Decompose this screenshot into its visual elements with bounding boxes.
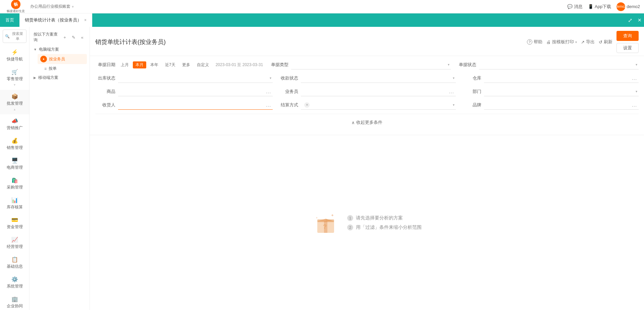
logo-text: 畅捷通好生意 [7,9,25,13]
scheme-by-order[interactable]: ≡ 按单 [42,64,87,73]
brand-label: 品牌 [461,102,481,108]
svg-text:✦: ✦ [331,213,334,218]
last7-tab[interactable]: 近7天 [162,61,178,68]
sidebar-item-ops[interactable]: 📈 经营管理 [0,233,29,253]
help-button[interactable]: ? 帮助 [527,39,542,45]
help-icon: ? [527,39,532,45]
tab-home[interactable]: 首页 [0,13,19,27]
settings-button[interactable]: 设置 [616,43,639,53]
consignee-filter-cell: 收货人 … [95,100,273,110]
department-control[interactable]: ▾ [484,87,639,96]
filter-row-3: 商品 … 业务员 … 部门 [95,87,639,96]
add-scheme-button[interactable]: + [61,34,68,41]
sidebar-item-basic[interactable]: 📋 基础信息 [0,253,29,273]
this-year-tab[interactable]: 本年 [148,61,161,68]
date-filter: 上月 本月 本年 近7天 更多 自定义 2023-03-01 至 2023-03… [118,61,263,68]
topbar: 畅 畅捷通好生意 办公用品行业模拟账套 ▾ 💬 消息 📱 App下载 demo2… [0,0,644,13]
ecom-icon: 🖥️ [11,157,18,164]
sidebar-search-area: 🔍 搜索菜单 [0,27,29,46]
empty-tips: 1 请先选择要分析的方案 2 用「过滤」条件来缩小分析范围 [347,215,422,230]
warehouse-control[interactable]: … [484,73,639,83]
date-label: 单据日期 [95,62,115,68]
collapse-panel-button[interactable]: « [79,34,86,41]
edit-scheme-button[interactable]: ✎ [70,34,77,41]
app-download-button[interactable]: 📱 App下载 [588,4,611,10]
sidebar-item-purchase[interactable]: 🛍️ 采购管理 [0,174,29,194]
svg-text:?: ? [323,223,327,230]
this-month-tab[interactable]: 本月 [133,61,146,68]
left-panel-title: 按以下方案查询 [34,32,61,43]
maximize-icon[interactable]: ⤢ [628,17,632,23]
sidebar-item-quick-nav[interactable]: ⚡ 快捷导航 [0,46,29,65]
doc-status-control[interactable]: ▾ [479,60,639,69]
sidebar-item-sales[interactable]: 💰 销售管理 [0,134,29,154]
warehouse-label: 仓库 [461,75,481,81]
tip-2-number: 2 [347,224,353,230]
search-button[interactable]: 🔍 搜索菜单 [3,30,26,43]
brand-dots: … [632,102,637,108]
brand-control[interactable]: … [484,100,639,110]
marketing-icon: 📣 [11,118,18,124]
department-label: 部门 [461,89,481,95]
more-tab[interactable]: 更多 [179,61,193,68]
payment-clear-icon[interactable]: × [304,102,310,108]
breadcrumb[interactable]: 办公用品行业模拟账套 ▾ [30,4,74,9]
consignee-label: 收货人 [95,102,115,108]
user-profile[interactable]: demo2 demo2 [616,2,640,11]
date-range-text: 2023-03-01 至 2023-03-31 [216,62,263,68]
basic-icon: 📋 [11,256,18,263]
export-button[interactable]: ↗ 导出 [581,39,595,45]
close-window-icon[interactable]: × [638,17,641,24]
retail-arrow-icon: ▾ [14,83,15,87]
empty-tip-1: 1 请先选择要分析的方案 [347,215,422,221]
doc-status-arrow-icon: ▾ [636,63,637,66]
pc-scheme-group[interactable]: ▼ 电脑端方案 [32,45,87,54]
last-month-tab[interactable]: 上月 [118,61,131,68]
sidebar-item-corp[interactable]: 🏢 企业协同 [0,293,29,310]
quick-nav-icon: ⚡ [11,49,18,55]
doc-type-filter-cell: 单据类型 ▾ [268,60,451,69]
doc-type-label: 单据类型 [268,62,288,68]
receipt-status-filter-cell: 收款状态 ▾ [278,73,455,83]
receipt-status-control[interactable]: ▾ [301,73,455,83]
payment-control[interactable]: × ▾ [301,100,455,110]
tab-close-icon[interactable]: × [84,18,87,22]
department-arrow-icon: ▾ [636,90,637,93]
payment-filter-cell: 结算方式 × ▾ [278,100,455,110]
sidebar-item-inventory[interactable]: 📊 库存核算 [0,194,29,213]
sidebar-item-ecom[interactable]: 🖥️ 电商管理 [0,154,29,174]
salesperson-label: 业务员 [278,89,298,95]
sidebar-item-finance[interactable]: 💳 资金管理 [0,213,29,233]
out-status-filter-cell: 出库状态 ▾ [95,73,273,83]
message-button[interactable]: 💬 消息 [567,4,583,10]
filter-row-4: 收货人 … 结算方式 × ▾ [95,100,639,110]
page-content: 按以下方案查询 + ✎ « ▼ [30,27,644,310]
sidebar-item-retail[interactable]: 🛒 零售管理 ▾ [0,65,29,90]
empty-state-icon: ✦ ✦ ? [312,209,339,236]
out-status-control[interactable]: ▾ [118,73,273,83]
print-icon: 🖨 [546,40,551,45]
sub-scheme-icon: ≡ [44,66,47,71]
custom-tab[interactable]: 自定义 [194,61,212,68]
scheme-by-salesperson[interactable]: ● 按业务员 [38,54,87,64]
app-download-icon: 📱 [588,4,593,9]
sidebar-item-marketing[interactable]: 📣 营销推广 [0,114,29,134]
tab-active[interactable]: 销货单统计计表（按业务员） × [19,13,92,27]
print-button[interactable]: 🖨 按模板打印 ▾ [546,39,577,45]
data-area: ✦ ✦ ? 1 请先选择要分析的方案 [90,135,644,310]
page-title: 销货单统计计表(按业务员) [95,38,166,46]
consignee-control[interactable]: … [118,100,273,110]
refresh-button[interactable]: ↺ 刷新 [599,39,612,45]
mobile-scheme-group[interactable]: ▶ 移动端方案 [32,73,87,82]
query-button[interactable]: 查询 [616,31,639,41]
doc-type-control[interactable]: ▾ [291,60,451,69]
product-control[interactable]: … [118,87,273,96]
empty-tip-2: 2 用「过滤」条件来缩小分析范围 [347,224,422,230]
salesperson-control[interactable]: … [301,87,455,96]
sidebar-item-wholesale[interactable]: 📦 批发管理 ▴ [0,90,29,114]
retail-icon: 🛒 [11,69,18,75]
sidebar-item-system[interactable]: ⚙️ 系统管理 [0,273,29,293]
right-panel: 销货单统计计表(按业务员) ? 帮助 🖨 按模板打印 ▾ ↗ [90,27,644,310]
inventory-icon: 📊 [11,197,18,203]
collapse-button[interactable]: ∧ 收起更多条件 [95,117,639,128]
